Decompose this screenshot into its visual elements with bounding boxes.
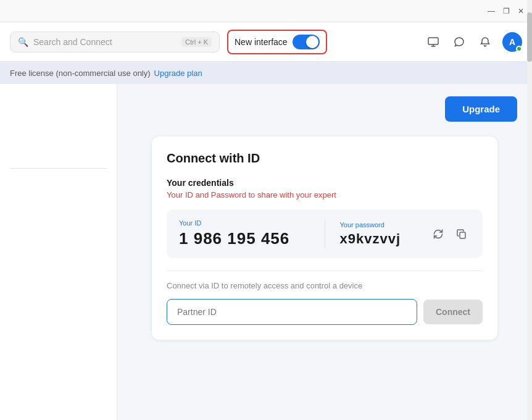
toolbar-icons: A: [425, 32, 522, 52]
search-icon: 🔍: [18, 37, 28, 47]
license-text: Free license (non-commercial use only): [10, 69, 151, 78]
connect-button[interactable]: Connect: [423, 300, 483, 324]
maximize-button[interactable]: ❐: [501, 6, 511, 16]
avatar[interactable]: A: [502, 32, 522, 52]
close-button[interactable]: ✕: [516, 6, 526, 16]
search-shortcut: Ctrl + K: [181, 37, 212, 47]
app-window: — ❐ ✕ 🔍 Search and Connect Ctrl + K New …: [0, 0, 532, 420]
password-action-icons: [430, 225, 470, 243]
toolbar: 🔍 Search and Connect Ctrl + K New interf…: [0, 22, 532, 62]
new-interface-box: New interface: [227, 30, 327, 54]
license-banner: Free license (non-commercial use only) U…: [0, 62, 532, 84]
svg-rect-1: [460, 232, 465, 238]
sidebar-divider: [10, 168, 107, 169]
connect-via-label: Connect via ID to remotely access and co…: [167, 281, 483, 290]
credentials-subtitle: Your ID and Password to share with your …: [167, 190, 483, 200]
sidebar: [0, 84, 117, 420]
refresh-password-icon[interactable]: [430, 225, 447, 243]
connect-card: Connect with ID Your credentials Your ID…: [152, 136, 497, 340]
partner-id-input[interactable]: [167, 299, 417, 325]
upgrade-plan-link[interactable]: Upgrade plan: [154, 69, 202, 78]
search-placeholder: Search and Connect: [33, 37, 177, 47]
main-content: Upgrade Connect with ID Your credentials…: [0, 84, 532, 420]
avatar-letter: A: [509, 37, 515, 47]
your-password-value: x9kvzvvj: [340, 231, 401, 247]
connect-card-title: Connect with ID: [167, 151, 483, 166]
title-bar: — ❐ ✕: [0, 0, 532, 22]
avatar-online-dot: [516, 46, 522, 52]
your-id-label: Your ID: [179, 219, 310, 227]
card-divider: [167, 271, 483, 271]
your-id-value: 1 986 195 456: [179, 229, 310, 248]
content-area: Upgrade Connect with ID Your credentials…: [117, 84, 532, 420]
bell-icon[interactable]: [476, 33, 494, 51]
credentials-box: Your ID 1 986 195 456 Your password x9kv…: [167, 209, 483, 258]
svg-rect-0: [428, 38, 438, 44]
upgrade-button[interactable]: Upgrade: [445, 96, 517, 122]
your-password-label: Your password: [340, 221, 401, 229]
upgrade-section: Upgrade: [132, 96, 517, 122]
your-password-section: Your password x9kvzvvj: [325, 221, 471, 247]
search-bar[interactable]: 🔍 Search and Connect Ctrl + K: [10, 32, 220, 52]
copy-password-icon[interactable]: [453, 225, 470, 243]
password-text-group: Your password x9kvzvvj: [340, 221, 401, 247]
window-controls: — ❐ ✕: [486, 6, 526, 16]
credentials-label: Your credentials: [167, 178, 483, 188]
partner-row: Connect: [167, 299, 483, 325]
scrollbar[interactable]: [527, 84, 532, 420]
minimize-button[interactable]: —: [486, 6, 496, 16]
your-id-section: Your ID 1 986 195 456: [179, 219, 325, 248]
monitor-icon[interactable]: [425, 33, 442, 51]
chat-icon[interactable]: [451, 33, 468, 51]
new-interface-toggle[interactable]: [293, 35, 320, 49]
new-interface-label: New interface: [235, 37, 288, 47]
